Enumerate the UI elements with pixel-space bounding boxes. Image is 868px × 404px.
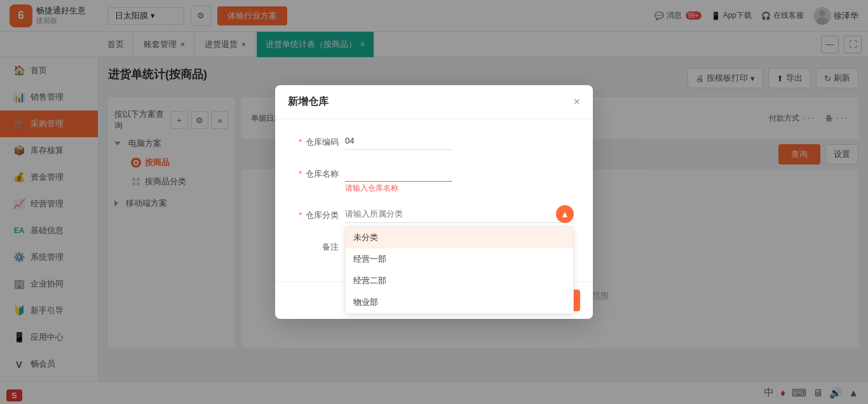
- option-unclassified[interactable]: 未分类: [346, 227, 573, 248]
- option-dept3[interactable]: 物业部: [346, 292, 573, 313]
- name-label: * 仓库名称: [294, 164, 345, 184]
- dialog-body: * 仓库编码 * 仓库名称 请输入仓库名称: [275, 119, 593, 281]
- name-error-message: 请输入仓库名称: [345, 183, 574, 194]
- code-label: * 仓库编码: [294, 132, 345, 152]
- dialog-overlay: 新增仓库 × * 仓库编码 * 仓库名称: [0, 0, 868, 404]
- name-input[interactable]: [345, 164, 452, 182]
- code-field-row: * 仓库编码: [294, 132, 574, 152]
- category-field-row: * 仓库分类 ▲ 未分类 经营一部 经营二部 物业部: [294, 205, 574, 226]
- category-input[interactable]: [345, 205, 574, 223]
- option-dept2[interactable]: 经营二部: [346, 270, 573, 292]
- category-dropdown-toggle[interactable]: ▲: [556, 205, 574, 223]
- dialog-header: 新增仓库 ×: [275, 85, 593, 119]
- category-dropdown-list: 未分类 经营一部 经营二部 物业部: [345, 226, 574, 314]
- code-input[interactable]: [345, 132, 452, 150]
- name-field-row: * 仓库名称 请输入仓库名称: [294, 164, 574, 194]
- category-label: * 仓库分类: [294, 205, 345, 226]
- dialog-title: 新增仓库: [288, 95, 329, 109]
- new-warehouse-dialog: 新增仓库 × * 仓库编码 * 仓库名称: [275, 85, 593, 319]
- note-label: 备注: [294, 237, 345, 257]
- dialog-close-button[interactable]: ×: [573, 95, 580, 109]
- option-dept1[interactable]: 经营一部: [346, 248, 573, 270]
